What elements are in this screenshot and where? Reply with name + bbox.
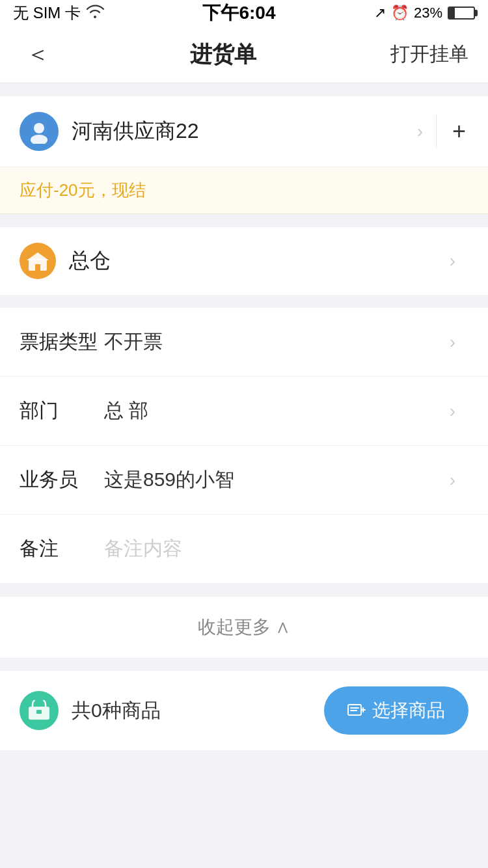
page-title: 进货单 (190, 40, 256, 70)
status-right: ↗ ⏰ 23% (374, 5, 475, 21)
form-section: 票据类型 不开票 › 部门 总 部 › 业务员 这是859的小智 › 备注 备注… (0, 308, 488, 583)
warehouse-section[interactable]: 总仓 › (0, 227, 488, 295)
supplier-chevron-icon: › (417, 121, 423, 142)
remark-label: 备注 (20, 536, 104, 562)
department-value: 总 部 (104, 398, 450, 424)
warehouse-name: 总仓 (69, 247, 450, 275)
back-button[interactable]: ＜ (20, 32, 56, 77)
warehouse-icon-wrap (20, 243, 56, 279)
svg-rect-4 (35, 264, 40, 271)
svg-rect-6 (36, 710, 42, 714)
svg-point-0 (34, 123, 44, 133)
collapse-label: 收起更多 ∧ (198, 615, 291, 640)
invoice-type-chevron-icon: › (450, 332, 455, 353)
product-section: 共0种商品 选择商品 (0, 671, 488, 750)
department-label: 部门 (20, 398, 104, 424)
status-time: 下午6:04 (202, 1, 275, 25)
carrier-label: 无 SIM 卡 (13, 3, 81, 23)
remark-input[interactable]: 备注内容 (104, 536, 468, 562)
salesperson-value: 这是859的小智 (104, 467, 450, 493)
product-icon-wrap (20, 691, 59, 730)
notice-text: 应付-20元，现结 (20, 180, 146, 200)
invoice-type-label: 票据类型 (20, 329, 104, 355)
collapse-button[interactable]: 收起更多 ∧ (0, 596, 488, 658)
battery-icon (448, 7, 475, 20)
status-left: 无 SIM 卡 (13, 3, 104, 23)
supplier-avatar (20, 112, 59, 151)
salesperson-row[interactable]: 业务员 这是859的小智 › (0, 446, 488, 515)
salesperson-chevron-icon: › (450, 470, 455, 491)
nav-bar: ＜ 进货单 打开挂单 (0, 26, 488, 83)
department-row[interactable]: 部门 总 部 › (0, 377, 488, 446)
notice-bar: 应付-20元，现结 (0, 167, 488, 214)
warehouse-chevron-icon: › (450, 251, 455, 271)
alarm-icon: ⏰ (391, 5, 409, 21)
salesperson-label: 业务员 (20, 467, 104, 493)
svg-marker-3 (27, 252, 49, 260)
supplier-section: 河南供应商22 › + 应付-20元，现结 (0, 96, 488, 214)
invoice-type-row[interactable]: 票据类型 不开票 › (0, 308, 488, 377)
invoice-type-value: 不开票 (104, 329, 450, 355)
location-icon: ↗ (374, 5, 386, 21)
select-product-label: 选择商品 (372, 698, 445, 723)
department-chevron-icon: › (450, 401, 455, 422)
battery-percent: 23% (414, 5, 442, 21)
select-product-button[interactable]: 选择商品 (324, 686, 468, 735)
svg-point-1 (31, 135, 47, 144)
svg-rect-7 (348, 705, 361, 715)
product-count-label: 共0种商品 (72, 698, 324, 724)
remark-row[interactable]: 备注 备注内容 (0, 515, 488, 583)
section-gap-1 (0, 83, 488, 96)
add-supplier-button[interactable]: + (436, 115, 468, 148)
status-bar: 无 SIM 卡 下午6:04 ↗ ⏰ 23% (0, 0, 488, 26)
supplier-name: 河南供应商22 (72, 117, 417, 146)
bottom-area (0, 750, 488, 868)
wifi-icon (86, 4, 104, 22)
supplier-row[interactable]: 河南供应商22 › + (0, 96, 488, 167)
open-pending-button[interactable]: 打开挂单 (390, 41, 468, 68)
